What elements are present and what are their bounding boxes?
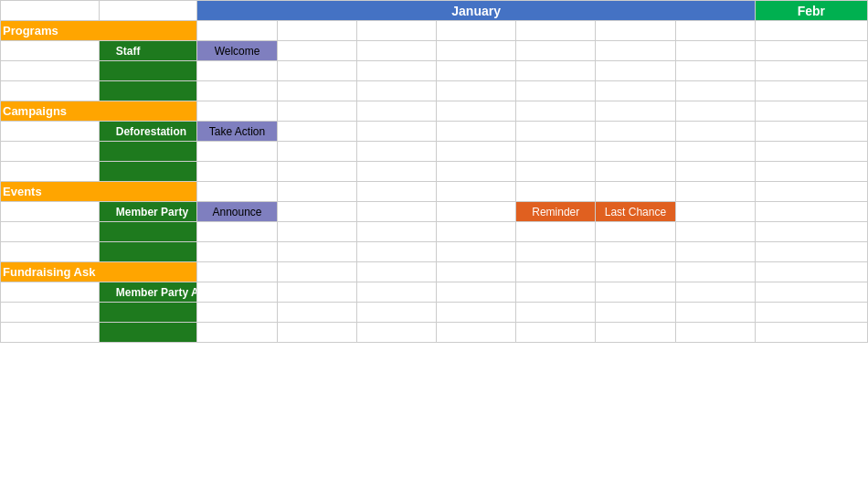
sub-staff: Staff (99, 41, 197, 61)
sub-member-party-ask: Member Party Ask (99, 282, 197, 303)
empty-row (1, 162, 868, 182)
empty-row (1, 242, 868, 262)
empty-row (1, 61, 868, 81)
header-blank-1 (1, 1, 100, 21)
event-welcome: Welcome (197, 41, 277, 61)
empty-row (1, 323, 868, 343)
category-events: Events (1, 182, 197, 202)
empty-row (1, 303, 868, 323)
category-row-campaigns: Campaigns (1, 101, 868, 122)
event-last-chance: Last Chance (596, 202, 675, 222)
sub-row-deforestation: Deforestation Take Action (1, 122, 868, 142)
event-reminder: Reminder (516, 202, 596, 222)
category-campaigns: Campaigns (1, 101, 197, 122)
sub-row-staff: Staff Welcome (1, 41, 868, 61)
category-row-fundraising: Fundraising Ask (1, 262, 868, 282)
header-blank-2 (99, 1, 197, 21)
category-fundraising: Fundraising Ask (1, 262, 197, 282)
empty-row (1, 222, 868, 242)
header-february: Febr (755, 1, 867, 21)
sub-member-party: Member Party (99, 202, 197, 222)
empty-row (1, 142, 868, 162)
category-row-events: Events (1, 182, 868, 202)
event-take-action: Take Action (197, 122, 277, 142)
empty-row (1, 81, 868, 101)
header-row: January Febr (1, 1, 868, 21)
event-announce: Announce (197, 202, 277, 222)
category-row-programs: Programs (1, 21, 868, 41)
sub-row-member-party: Member Party Announce Reminder Last Chan… (1, 202, 868, 222)
header-january: January (197, 1, 755, 21)
calendar-grid: January Febr Programs Staff Welcom (0, 0, 868, 343)
sub-deforestation: Deforestation (99, 122, 197, 142)
sub-row-member-party-ask: Member Party Ask (1, 282, 868, 303)
category-programs: Programs (1, 21, 197, 41)
